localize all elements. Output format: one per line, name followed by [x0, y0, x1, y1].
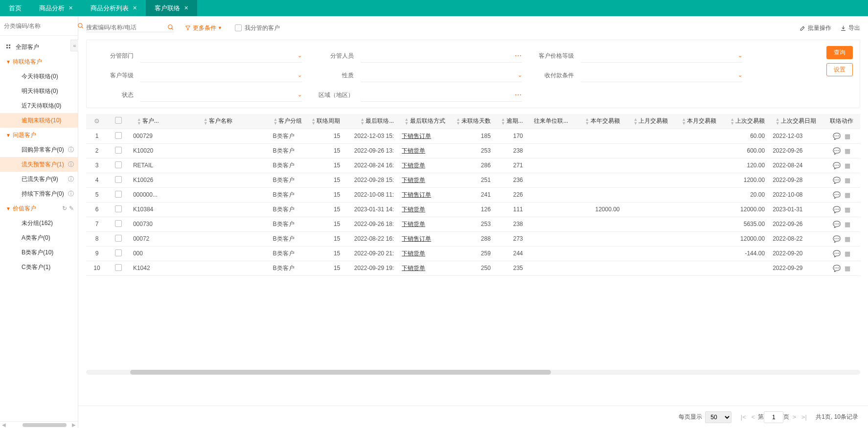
filter-person-select[interactable]: ⋯ — [361, 49, 522, 63]
sidebar-search-input[interactable] — [4, 23, 77, 29]
table-row[interactable]: 5000000...B类客户152022-10-08 11:下销售订单24122… — [86, 187, 860, 202]
tree-group-value-customers[interactable]: ▼ 价值客户 ↻✎ — [0, 201, 78, 216]
qrcode-icon[interactable]: ▦ — [845, 147, 850, 155]
wechat-icon[interactable]: 💬 — [833, 191, 841, 199]
col-customer-group[interactable]: ▲▼客户分组 — [269, 114, 307, 129]
last-contact-link[interactable]: 下销货单 — [402, 265, 425, 271]
last-contact-link[interactable]: 下销货单 — [402, 206, 425, 213]
cell-checkbox[interactable] — [108, 129, 129, 143]
page-last-button[interactable]: >| — [799, 413, 809, 421]
table-row[interactable]: 7000730B类客户152022-09-26 18:下销货单253238563… — [86, 217, 860, 231]
cell-checkbox[interactable] — [108, 246, 129, 261]
last-contact-link[interactable]: 下销货单 — [402, 162, 425, 169]
filter-customer-grade-select[interactable]: ⌄ — [140, 68, 302, 82]
help-icon[interactable]: ⓘ — [68, 190, 74, 198]
cell-checkbox[interactable] — [108, 231, 129, 246]
tab-home[interactable]: 首页 — [0, 0, 30, 16]
table-row[interactable]: 3RETAILB类客户152022-08-24 16:下销货单286271120… — [86, 158, 860, 173]
table-row[interactable]: 6K10384B类客户152023-01-31 14:下销货单126111120… — [86, 202, 860, 217]
col-checkbox-all[interactable] — [108, 114, 129, 129]
col-customer-code[interactable]: ▲▼客户... — [129, 114, 167, 129]
cell-checkbox[interactable] — [108, 187, 129, 202]
table-row[interactable]: 9000B类客户152022-09-20 21:下销货单259244-144.0… — [86, 246, 860, 261]
col-this-month-amount[interactable]: ▲▼本月交易额 — [672, 114, 720, 129]
help-icon[interactable]: ⓘ — [68, 146, 74, 154]
filter-region-select[interactable]: ⋯ — [361, 88, 522, 102]
tab-product-analysis-list[interactable]: 商品分析列表✕ — [82, 0, 146, 16]
settings-button[interactable]: 设置 — [826, 63, 853, 76]
qrcode-icon[interactable]: ▦ — [845, 250, 850, 257]
wechat-icon[interactable]: 💬 — [833, 147, 841, 155]
tree-root-all-customers[interactable]: 全部客户 — [0, 40, 78, 54]
sidebar-item-already-lost[interactable]: 已流失客户(9)ⓘ — [0, 172, 78, 186]
my-customers-checkbox[interactable]: 我分管的客户 — [235, 24, 280, 32]
qrcode-icon[interactable]: ▦ — [845, 265, 850, 272]
search-icon[interactable] — [167, 24, 174, 31]
wechat-icon[interactable]: 💬 — [833, 265, 841, 272]
tab-product-analysis[interactable]: 商品分析✕ — [30, 0, 82, 16]
qrcode-icon[interactable]: ▦ — [845, 133, 850, 140]
last-contact-link[interactable]: 下销售订单 — [402, 235, 431, 242]
col-last-contact-method[interactable]: ▲▼最后联络方式 — [398, 114, 452, 129]
batch-ops-button[interactable]: 批量操作 — [799, 24, 831, 32]
tab-customer-contact[interactable]: 客户联络✕ — [146, 0, 197, 16]
filter-payment-terms-select[interactable]: ⌄ — [581, 68, 742, 82]
col-customer-name[interactable]: ▲▼客户名称 — [167, 114, 269, 129]
filter-price-grade-select[interactable]: ⌄ — [581, 49, 742, 63]
page-first-button[interactable]: |< — [738, 413, 748, 421]
cell-checkbox[interactable] — [108, 143, 129, 158]
col-last-trade-amount[interactable]: ▲▼上次交易额 — [720, 114, 769, 129]
sidebar-item-today[interactable]: 今天待联络(0) — [0, 69, 78, 84]
filter-status-select[interactable]: ⌄ — [140, 88, 302, 102]
col-last-contact-time[interactable]: ▲▼最后联络... — [344, 114, 398, 129]
qrcode-icon[interactable]: ▦ — [845, 162, 850, 169]
wechat-icon[interactable]: 💬 — [833, 133, 841, 140]
cell-checkbox[interactable] — [108, 173, 129, 187]
qrcode-icon[interactable]: ▦ — [845, 235, 850, 243]
sidebar-item-tomorrow[interactable]: 明天待联络(0) — [0, 84, 78, 98]
filter-nature-select[interactable]: ⌄ — [361, 68, 522, 82]
col-contact-action[interactable]: 联络动作 — [822, 114, 860, 129]
help-icon[interactable]: ⓘ — [68, 160, 74, 169]
qrcode-icon[interactable]: ▦ — [845, 221, 850, 228]
table-row[interactable]: 1000729B类客户152022-12-03 15:下销售订单18517060… — [86, 129, 860, 143]
col-last-trade-date[interactable]: ▲▼上次交易日期 — [769, 114, 822, 129]
col-overdue[interactable]: ▲▼逾期... — [495, 114, 527, 129]
col-gear[interactable]: ⚙ — [86, 114, 108, 129]
close-icon[interactable]: ✕ — [184, 5, 188, 11]
page-prev-button[interactable]: < — [748, 413, 758, 421]
page-next-button[interactable]: > — [789, 413, 799, 421]
qrcode-icon[interactable]: ▦ — [845, 206, 850, 213]
close-icon[interactable]: ✕ — [69, 5, 73, 11]
wechat-icon[interactable]: 💬 — [833, 221, 841, 228]
col-year-amount[interactable]: ▲▼本年交易额 — [575, 114, 624, 129]
wechat-icon[interactable]: 💬 — [833, 162, 841, 169]
table-row[interactable]: 2K10020B类客户152022-09-26 13:下销货单253238600… — [86, 143, 860, 158]
table-row[interactable]: 800072B类客户152022-08-22 16:下销售订单288273120… — [86, 231, 860, 246]
last-contact-link[interactable]: 下销货单 — [402, 221, 425, 227]
col-contact-unit[interactable]: 往来单位联... — [527, 114, 575, 129]
col-days-no-contact[interactable]: ▲▼未联络天数 — [452, 114, 495, 129]
sidebar-scrollbar[interactable]: ◀▶ — [0, 421, 78, 428]
main-search-input[interactable] — [86, 24, 167, 31]
sidebar-item-declining[interactable]: 持续下滑客户(0)ⓘ — [0, 186, 78, 201]
qrcode-icon[interactable]: ▦ — [845, 191, 850, 199]
wechat-icon[interactable]: 💬 — [833, 235, 841, 243]
sidebar-item-overdue[interactable]: 逾期未联络(10) — [0, 113, 78, 128]
refresh-icon[interactable]: ↻ — [62, 205, 67, 212]
cell-checkbox[interactable] — [108, 158, 129, 173]
sidebar-item-ungrouped[interactable]: 未分组(162) — [0, 216, 78, 230]
more-conditions-toggle[interactable]: 更多条件 ▼ — [185, 24, 222, 32]
sidebar-item-c-class[interactable]: C类客户(1) — [0, 260, 78, 274]
wechat-icon[interactable]: 💬 — [833, 250, 841, 257]
per-page-select[interactable]: 50 — [705, 411, 731, 423]
sidebar-item-b-class[interactable]: B类客户(10) — [0, 245, 78, 260]
last-contact-link[interactable]: 下销售订单 — [402, 133, 431, 139]
sidebar-item-loss-warning[interactable]: 流失预警客户(1)ⓘ — [0, 157, 78, 172]
tree-group-problem-customers[interactable]: ▼ 问题客户 — [0, 128, 78, 142]
cell-checkbox[interactable] — [108, 202, 129, 217]
search-icon[interactable] — [77, 23, 84, 29]
tree-group-pending-contact[interactable]: ▼ 待联络客户 — [0, 54, 78, 69]
sidebar-item-7days[interactable]: 近7天待联络(0) — [0, 98, 78, 113]
page-number-input[interactable] — [764, 411, 783, 423]
